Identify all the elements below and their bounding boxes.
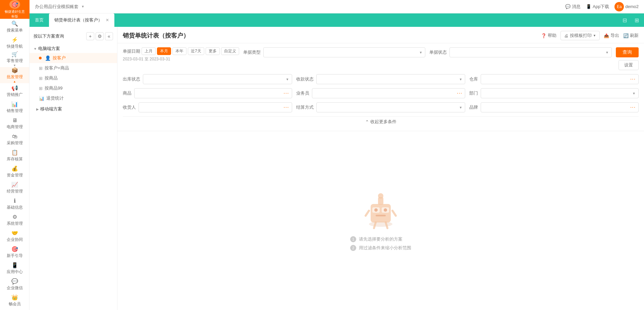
sidebar-item-marketing[interactable]: 📢 营销推广: [0, 83, 29, 99]
salesperson-select[interactable]: ···: [312, 88, 466, 98]
filter-salesperson: 业务员 ···: [296, 88, 466, 98]
scheme-item-goods[interactable]: ⊞ 按商品: [30, 73, 117, 83]
date-btn-custom[interactable]: 自定义: [221, 47, 239, 55]
tab-close-icon[interactable]: ✕: [106, 18, 109, 22]
salesperson-label: 业务员: [296, 90, 309, 96]
sidebar-item-member[interactable]: 👑 畅会员: [0, 293, 29, 309]
user-menu[interactable]: Ea demo2: [614, 2, 639, 11]
payment-arrow: ▼: [459, 106, 462, 109]
svg-line-9: [366, 211, 369, 216]
receipt-status-label: 收款状态: [296, 76, 314, 82]
purchase-icon: 🛍: [12, 134, 17, 140]
sidebar-item-sales[interactable]: 📊 销售管理: [0, 99, 29, 115]
ecommerce-icon: 🖥: [12, 117, 17, 123]
goods-select[interactable]: ···: [134, 88, 292, 98]
sidebar-item-wholesale[interactable]: 📦 批发管理 ▲: [0, 67, 29, 83]
filter-row-2: 出库状态 ▼ 收款状态 ▼ 仓库: [123, 74, 639, 84]
query-btn-group: 查询 设置: [616, 47, 639, 70]
main-area: 办公用品行业模拟账套 ▼ 💬 消息 📱 App下载 Ea demo2 首页 销货…: [30, 0, 644, 310]
receiver-select[interactable]: ···: [139, 102, 292, 112]
department-select[interactable]: ▼: [481, 88, 639, 98]
sidebar-item-ecommerce[interactable]: 🖥 电商管理: [0, 115, 29, 132]
svg-rect-6: [376, 215, 386, 216]
sidebar-item-apps[interactable]: 📱 应用中心: [0, 260, 29, 276]
tab-home[interactable]: 首页: [30, 13, 49, 27]
export-btn[interactable]: 📤 导出: [604, 33, 619, 39]
scheme-item-return[interactable]: 📊 退货统计: [30, 93, 117, 103]
date-btn-this-month[interactable]: 本月: [157, 47, 171, 55]
export-icon: 📤: [604, 33, 609, 38]
sidebar-item-inventory[interactable]: 📋 库存核算: [0, 148, 29, 164]
sidebar-item-guide[interactable]: 🎯 新手引导: [0, 244, 29, 260]
warehouse-select[interactable]: ···: [481, 74, 639, 84]
out-status-select[interactable]: ▼: [143, 74, 292, 84]
scheme-item-customer[interactable]: 👤 按客户: [30, 53, 117, 63]
date-btn-last-month[interactable]: 上月: [142, 47, 156, 55]
sidebar-item-nav[interactable]: ⚡ 快捷导航: [0, 35, 29, 51]
company-name: 办公用品行业模拟账套: [35, 4, 78, 10]
brand-label: 品牌: [469, 104, 478, 110]
sidebar-item-retail[interactable]: 🛒 零售管理 ▼: [0, 51, 29, 67]
mobile-group-header[interactable]: ▶ 移动端方案: [30, 105, 117, 113]
tab-minimize-btn[interactable]: ⊟: [620, 15, 629, 25]
help-btn[interactable]: ❓ 帮助: [541, 33, 556, 39]
desktop-scheme-group: ▼ 电脑端方案 👤 按客户 ⊞ 按客户+商品 ⊞ 按商品 ⊞: [30, 43, 117, 105]
date-btn-more[interactable]: 更多: [206, 47, 220, 55]
empty-illustration: [361, 191, 401, 231]
apps-icon: 📱: [11, 262, 18, 268]
status-select[interactable]: ▼: [449, 47, 612, 57]
collab-icon: 🤝: [11, 230, 18, 236]
settings-scheme-btn[interactable]: ⚙: [96, 32, 104, 40]
query-button[interactable]: 查询: [616, 47, 639, 57]
date-btn-this-year[interactable]: 本年: [172, 47, 186, 55]
scheme-item-goods99[interactable]: ⊞ 按商品99: [30, 83, 117, 93]
svg-point-4: [374, 208, 378, 212]
warehouse-label: 仓库: [469, 76, 478, 82]
print-btn[interactable]: 🖨 按模板打印 ▼: [560, 31, 600, 40]
svg-point-8: [378, 193, 383, 199]
filter-row-1: 单据日期 上月 本月 本年 近7天 更多 自定义 2023-03-01 至 20…: [123, 47, 639, 70]
member-icon: 👑: [11, 294, 18, 301]
download-icon: 📱: [586, 4, 591, 9]
filter-row-4: 收货人 ··· 结算方式 ▼ 品牌: [123, 102, 639, 112]
wholesale-icon: 📦: [11, 67, 18, 73]
svg-rect-1: [371, 204, 391, 222]
download-btn[interactable]: 📱 App下载: [586, 4, 609, 10]
add-scheme-btn[interactable]: +: [86, 32, 94, 40]
sidebar-item-wechat[interactable]: 💬 企业微信: [0, 276, 29, 293]
filter-date-section: 单据日期 上月 本月 本年 近7天 更多 自定义 2023-03-01 至 20…: [123, 47, 239, 62]
sidebar-item-finance[interactable]: 💰 资金管理: [0, 164, 29, 180]
active-indicator: [39, 57, 42, 59]
tab-maximize-btn[interactable]: ⊞: [632, 15, 641, 25]
sidebar-item-system[interactable]: ⚙ 系统管理: [0, 212, 29, 228]
brand-select[interactable]: ···: [481, 102, 639, 112]
sidebar-item-search[interactable]: 🔍 搜索菜单: [0, 19, 29, 35]
scheme-query-title: 按以下方案查询: [34, 33, 64, 39]
filter-receipt-status: 收款状态 ▼: [296, 74, 466, 84]
payment-select[interactable]: ▼: [316, 102, 466, 112]
salesperson-dots: ···: [457, 90, 462, 96]
sidebar-item-basics[interactable]: ℹ 基础信息: [0, 196, 29, 212]
goods-label: 商品: [123, 90, 131, 96]
type-select[interactable]: ▼: [263, 47, 426, 57]
collapse-filter-btn[interactable]: ⌃ 收起更多条件: [123, 116, 639, 127]
settings-button[interactable]: 设置: [619, 60, 639, 70]
collapse-panel-btn[interactable]: «: [105, 32, 113, 40]
tab-sales-report[interactable]: 销货单统计表（按客户） ✕: [49, 13, 114, 27]
scheme-customer-icon: 👤: [45, 55, 51, 61]
scheme-goods99-icon: ⊞: [39, 86, 43, 91]
sidebar-item-collab[interactable]: 🤝 企业协同: [0, 228, 29, 244]
message-btn[interactable]: 💬 消息: [565, 4, 581, 10]
sidebar-nav: 🔍 搜索菜单 ⚡ 快捷导航 🛒 零售管理 ▼ 📦 批发管理 ▲ 📢 营销推广 📊…: [0, 19, 29, 309]
scheme-item-customer-goods[interactable]: ⊞ 按客户+商品: [30, 63, 117, 73]
department-label: 部门: [469, 90, 478, 96]
sidebar-item-purchase[interactable]: 🛍 采购管理: [0, 132, 29, 148]
scheme-goods-icon: ⊞: [39, 76, 43, 81]
date-btn-7days[interactable]: 近7天: [188, 47, 204, 55]
receipt-status-select[interactable]: ▼: [316, 74, 466, 84]
desktop-group-header[interactable]: ▼ 电脑端方案: [30, 44, 117, 53]
expand-arrow: ▼: [13, 64, 16, 67]
sidebar-item-management[interactable]: 📈 经营管理: [0, 180, 29, 196]
refresh-btn[interactable]: 🔄 刷新: [623, 33, 639, 39]
collapse-arrow: ▲: [13, 80, 16, 83]
